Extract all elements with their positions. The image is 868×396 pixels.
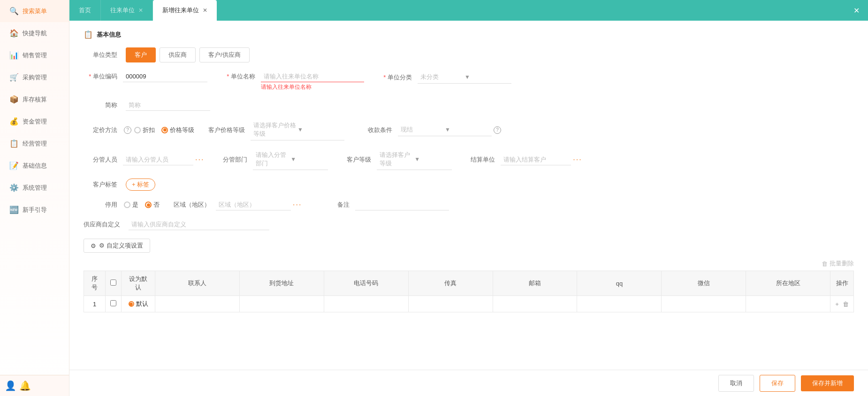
window-close-icon[interactable]: ✕	[845, 6, 868, 15]
unit-category-value: 未分类	[420, 73, 464, 81]
cell-address[interactable]	[239, 296, 324, 312]
tab-add-partner[interactable]: 新增往来单位 ✕	[153, 0, 217, 21]
sidebar-item-search[interactable]: 🔍 搜索菜单	[0, 0, 69, 22]
cell-wechat[interactable]	[662, 296, 746, 312]
col-check[interactable]	[106, 271, 122, 296]
tabs-bar: 首页 往来单位 ✕ 新增往来单位 ✕ ✕	[69, 0, 868, 21]
btn-supplier[interactable]: 供应商	[160, 47, 196, 62]
sidebar-item-operations[interactable]: 📋 经营管理	[0, 132, 69, 155]
tab-partner-list-close[interactable]: ✕	[138, 7, 143, 14]
dept-label: 分管部门	[213, 155, 251, 164]
short-name-input[interactable]	[126, 100, 210, 111]
sidebar-expand-icon[interactable]: 👤	[5, 380, 16, 391]
cell-phone[interactable]	[324, 296, 408, 312]
btn-both[interactable]: 客户/供应商	[199, 47, 250, 62]
region-more-icon[interactable]: ···	[293, 201, 302, 209]
phone-input[interactable]	[329, 301, 404, 308]
radio-no[interactable]: 否	[145, 201, 160, 209]
select-all-checkbox[interactable]	[110, 280, 116, 286]
gear-settings-icon: ⚙	[91, 242, 96, 249]
sidebar-item-finance[interactable]: 💰 资金管理	[0, 110, 69, 132]
radio-discount[interactable]: 折扣	[134, 126, 155, 134]
customer-tags-row: 客户标签 + 标签	[84, 179, 854, 191]
region-input[interactable]	[216, 199, 291, 210]
cell-email[interactable]	[493, 296, 577, 312]
customer-level-arrow-icon: ▼	[414, 156, 449, 163]
radio-price-level[interactable]: 价格等级	[161, 126, 194, 134]
doc-icon: 📝	[9, 161, 19, 170]
btn-customer[interactable]: 客户	[126, 47, 156, 62]
region-table-input[interactable]	[751, 301, 825, 308]
default-radio[interactable]	[129, 301, 134, 307]
cell-fax[interactable]	[408, 296, 493, 312]
row-checkbox[interactable]	[110, 300, 116, 306]
cart-icon: 🛒	[9, 73, 19, 82]
cell-region[interactable]	[746, 296, 830, 312]
dept-arrow-icon: ▼	[290, 156, 325, 163]
contact-input[interactable]	[160, 301, 235, 308]
email-input[interactable]	[498, 301, 572, 308]
pricing-help-icon[interactable]: ?	[124, 126, 131, 134]
add-row-icon[interactable]: +	[835, 301, 839, 308]
customer-level-placeholder: 请选择客户等级	[380, 151, 414, 168]
sidebar: 🔍 搜索菜单 🏠 快捷导航 📊 销售管理 🛒 采购管理 📦 库存核算 💰 资金管…	[0, 0, 69, 396]
section-icon: 📋	[84, 30, 93, 39]
payment-terms-help-icon[interactable]: ?	[494, 126, 501, 134]
sidebar-item-quick-nav[interactable]: 🏠 快捷导航	[0, 22, 69, 44]
sidebar-item-purchase[interactable]: 🛒 采购管理	[0, 66, 69, 88]
sidebar-item-inventory[interactable]: 📦 库存核算	[0, 88, 69, 110]
save-new-button[interactable]: 保存并新增	[801, 375, 854, 391]
sidebar-item-sales[interactable]: 📊 销售管理	[0, 44, 69, 66]
cancel-button[interactable]: 取消	[718, 375, 754, 392]
address-input[interactable]	[244, 301, 319, 308]
settlement-more-icon[interactable]: ···	[573, 155, 582, 164]
radio-yes[interactable]: 是	[124, 201, 138, 209]
customer-level-select[interactable]: 请选择客户等级 ▼	[377, 149, 452, 170]
save-button[interactable]: 保存	[760, 375, 795, 392]
region-label: 区域（地区）	[174, 201, 214, 209]
contacts-table: 序号 设为默认 联系人 到货地址 电话号码 传真 邮箱 qq 微信 所在地区 操…	[84, 271, 854, 312]
batch-delete-btn[interactable]: 🗑 批量删除	[84, 259, 854, 268]
customer-price-arrow-icon: ▼	[297, 126, 342, 133]
dept-select[interactable]: 请输入分管部门 ▼	[253, 149, 328, 170]
tab-add-partner-close[interactable]: ✕	[203, 7, 207, 14]
custom-settings-button[interactable]: ⚙ ⚙ 自定义项设置	[84, 239, 150, 253]
manager-input[interactable]	[123, 154, 193, 165]
qq-input[interactable]	[582, 301, 656, 308]
tab-home[interactable]: 首页	[69, 0, 101, 21]
settlement-label: 结算单位	[461, 155, 499, 164]
sidebar-item-newbie[interactable]: 🆕 新手引导	[0, 199, 69, 221]
settlement-input[interactable]	[501, 154, 571, 165]
supplier-custom-row: 供应商自定义	[84, 219, 854, 230]
manager-more-icon[interactable]: ···	[195, 155, 204, 164]
sidebar-item-system[interactable]: ⚙️ 系统管理	[0, 177, 69, 199]
delete-row-icon[interactable]: 🗑	[843, 301, 849, 308]
cell-default[interactable]: 默认	[122, 296, 155, 312]
payment-terms-select[interactable]: 现结 ▼	[398, 124, 492, 136]
sidebar-item-quick-nav-label: 快捷导航	[23, 29, 47, 38]
sidebar-item-search-label: 搜索菜单	[23, 7, 47, 16]
cell-qq[interactable]	[577, 296, 662, 312]
tab-partner-list[interactable]: 往来单位 ✕	[101, 0, 153, 21]
col-wechat: 微信	[662, 271, 746, 296]
col-email: 邮箱	[493, 271, 577, 296]
wechat-input[interactable]	[666, 301, 741, 308]
supplier-custom-input[interactable]	[129, 219, 269, 230]
tab-add-partner-label: 新增往来单位	[162, 6, 199, 15]
fax-input[interactable]	[413, 301, 488, 308]
customer-price-placeholder: 请选择客户价格等级	[253, 121, 297, 138]
customer-price-select[interactable]: 请选择客户价格等级 ▼	[251, 119, 344, 140]
sidebar-item-basic-info[interactable]: 📝 基础信息	[0, 155, 69, 177]
remarks-input[interactable]	[355, 199, 449, 210]
unit-name-input[interactable]	[261, 71, 364, 82]
col-qq: qq	[577, 271, 662, 296]
cell-check[interactable]	[106, 296, 122, 312]
sidebar-settings-icon[interactable]: 🔔	[19, 380, 31, 391]
unit-category-select[interactable]: 未分类 ▼	[418, 71, 511, 84]
unit-category-arrow-icon: ▼	[464, 74, 509, 80]
cell-contact[interactable]	[155, 296, 239, 312]
add-tag-button[interactable]: + 标签	[126, 179, 155, 191]
new-icon: 🆕	[9, 205, 19, 214]
customer-price-label: 客户价格等级	[208, 126, 249, 134]
unit-code-input[interactable]	[123, 71, 207, 82]
